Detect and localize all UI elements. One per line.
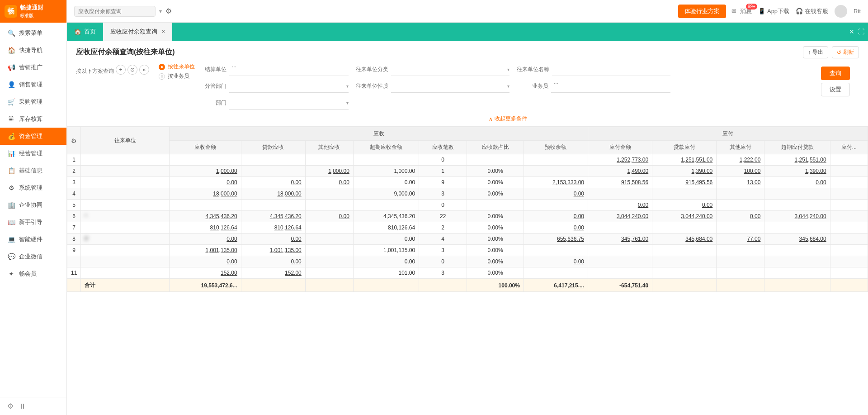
row-ar-other[interactable]: [305, 267, 353, 279]
sidebar-item-vip[interactable]: ✦ 畅会员: [0, 265, 66, 282]
row-ap-overdue[interactable]: 0.00: [764, 177, 830, 188]
row-ar-loan[interactable]: 810,126.64: [241, 222, 305, 234]
row-ap-loan[interactable]: [652, 245, 717, 256]
sidebar-item-quick-nav[interactable]: 🏠 快捷导航: [0, 42, 66, 59]
row-ar-other[interactable]: 0.00: [305, 177, 353, 188]
row-ar-loan[interactable]: 4,345,436.20: [241, 211, 305, 222]
row-ap-amount[interactable]: 1,490.00: [588, 166, 652, 177]
row-ap-other[interactable]: [717, 200, 764, 211]
dept-arrow[interactable]: ▾: [346, 84, 349, 89]
setting-btn[interactable]: 设置: [821, 83, 850, 96]
sidebar-item-finance[interactable]: 💰 资金管理: [0, 128, 66, 145]
tab-home[interactable]: 🏠 首页: [67, 23, 103, 41]
row-ap-other[interactable]: 100.00: [717, 166, 764, 177]
row-ar-other[interactable]: 1,000.00: [305, 166, 353, 177]
row-ap-other[interactable]: 13.00: [717, 177, 764, 188]
row-ar-other[interactable]: [305, 200, 353, 211]
row-ap-other[interactable]: 77.00: [717, 234, 764, 245]
row-ap-overdue[interactable]: [764, 188, 830, 200]
collapse-btn[interactable]: ∧ 收起更多条件: [489, 113, 527, 124]
refresh-btn[interactable]: ↺ 刷新: [832, 46, 859, 58]
row-ar-amount[interactable]: 0.00: [170, 177, 241, 188]
sidebar-item-search-menu[interactable]: 🔍 搜索菜单: [0, 24, 66, 42]
sidebar-item-basic-info[interactable]: 📋 基础信息: [0, 162, 66, 179]
row-ar-prepaid[interactable]: 655,636.75: [524, 234, 588, 245]
row-ap-other[interactable]: [717, 222, 764, 234]
row-ar-loan[interactable]: 18,000.00: [241, 188, 305, 200]
footer-ar-amount[interactable]: 19,553,472,6...: [170, 279, 241, 292]
row-ap-loan[interactable]: 1,251,551.00: [652, 154, 717, 166]
export-btn[interactable]: ↑ 导出: [803, 46, 828, 58]
solution-btn[interactable]: 体验行业方案: [678, 5, 726, 18]
dropdown-icon[interactable]: ▾: [159, 8, 162, 14]
row-ap-other[interactable]: [717, 267, 764, 279]
row-ar-other[interactable]: [305, 222, 353, 234]
row-ap-overdue[interactable]: 3,044,240.00: [764, 211, 830, 222]
row-ar-prepaid[interactable]: 0.00: [524, 188, 588, 200]
row-ar-amount[interactable]: 0.00: [170, 234, 241, 245]
row-ar-amount[interactable]: 1,001,135.00: [170, 245, 241, 256]
tab-close-window-btn[interactable]: ✕: [849, 28, 854, 35]
row-ar-loan[interactable]: [241, 154, 305, 166]
filter-add-btn[interactable]: +: [116, 65, 126, 75]
sidebar-item-sales[interactable]: 👤 销售管理: [0, 76, 66, 93]
sidebar-item-enterprise-collab[interactable]: 🏢 企业协同: [0, 196, 66, 214]
dept-input[interactable]: [229, 80, 346, 92]
row-ar-loan[interactable]: 0.00: [241, 256, 305, 267]
filter-nav-by-company[interactable]: 按往来单位: [168, 63, 195, 71]
message-badge[interactable]: ✉ 99+ 消息: [731, 7, 752, 15]
row-ar-amount[interactable]: [170, 154, 241, 166]
row-ap-loan[interactable]: [652, 256, 717, 267]
row-ap-loan[interactable]: 345,684.00: [652, 234, 717, 245]
row-ap-other[interactable]: [717, 245, 764, 256]
row-ap-amount[interactable]: 3,044,240.00: [588, 211, 652, 222]
row-ar-prepaid[interactable]: 0.00: [524, 222, 588, 234]
sidebar-item-enterprise-wechat[interactable]: 💬 企业微信: [0, 248, 66, 265]
row-ar-other[interactable]: [305, 245, 353, 256]
row-ap-amount[interactable]: 1,252,773.00: [588, 154, 652, 166]
sidebar-item-operations[interactable]: 📊 经营管理: [0, 145, 66, 162]
row-ar-amount[interactable]: 1,000.00: [170, 166, 241, 177]
row-ar-loan[interactable]: 1,001,135.00: [241, 245, 305, 256]
online-service-btn[interactable]: 🎧 在线客服: [796, 7, 828, 15]
row-ar-prepaid[interactable]: [524, 166, 588, 177]
table-container[interactable]: ⚙ 往来单位 应收 应付 应收金额 贷款应收 其他应收 超期应收金额 应收笔数: [67, 127, 868, 415]
row-ap-overdue[interactable]: [764, 200, 830, 211]
footer-settings-icon[interactable]: ⚙: [7, 402, 14, 410]
partner-name-input[interactable]: [552, 63, 670, 76]
sidebar-item-marketing[interactable]: 📢 营销推广: [0, 59, 66, 76]
th-settings[interactable]: ⚙: [67, 127, 81, 154]
row-ar-loan[interactable]: 152.00: [241, 267, 305, 279]
sidebar-item-system[interactable]: ⚙ 系统管理: [0, 179, 66, 196]
row-ap-overdue[interactable]: 345,684.00: [764, 234, 830, 245]
row-ap-other[interactable]: [717, 256, 764, 267]
row-ar-amount[interactable]: [170, 200, 241, 211]
row-ap-overdue[interactable]: [764, 256, 830, 267]
row-ar-prepaid[interactable]: [524, 245, 588, 256]
sidebar-item-guide[interactable]: 📖 新手引导: [0, 214, 66, 231]
row-ar-prepaid[interactable]: [524, 267, 588, 279]
row-ap-overdue[interactable]: [764, 222, 830, 234]
row-ap-loan[interactable]: 3,044,240.00: [652, 211, 717, 222]
row-ap-amount[interactable]: 345,761.00: [588, 234, 652, 245]
settings-icon[interactable]: ⚙: [165, 7, 172, 15]
row-ap-loan[interactable]: [652, 267, 717, 279]
sub-dept-input[interactable]: [229, 96, 346, 109]
row-ap-other[interactable]: 0.00: [717, 211, 764, 222]
sidebar-item-inventory[interactable]: 🏛 库存核算: [0, 110, 66, 128]
footer-collapse-icon[interactable]: ⏸: [19, 402, 26, 410]
settlement-unit-input[interactable]: ···: [229, 63, 349, 76]
row-ar-prepaid[interactable]: 2,153,333.00: [524, 177, 588, 188]
tab-close-icon[interactable]: ×: [162, 29, 165, 35]
row-ap-loan[interactable]: [652, 222, 717, 234]
row-ar-loan[interactable]: [241, 166, 305, 177]
row-ap-loan[interactable]: 915,495.56: [652, 177, 717, 188]
tab-maximize-btn[interactable]: ⛶: [858, 28, 864, 35]
row-ap-overdue[interactable]: [764, 267, 830, 279]
row-ar-other[interactable]: [305, 256, 353, 267]
row-ap-loan[interactable]: 0.00: [652, 200, 717, 211]
row-ap-amount[interactable]: [588, 188, 652, 200]
gear-icon[interactable]: ⚙: [71, 137, 77, 144]
partner-category-input[interactable]: [391, 63, 507, 76]
row-ap-overdue[interactable]: 1,390.00: [764, 166, 830, 177]
